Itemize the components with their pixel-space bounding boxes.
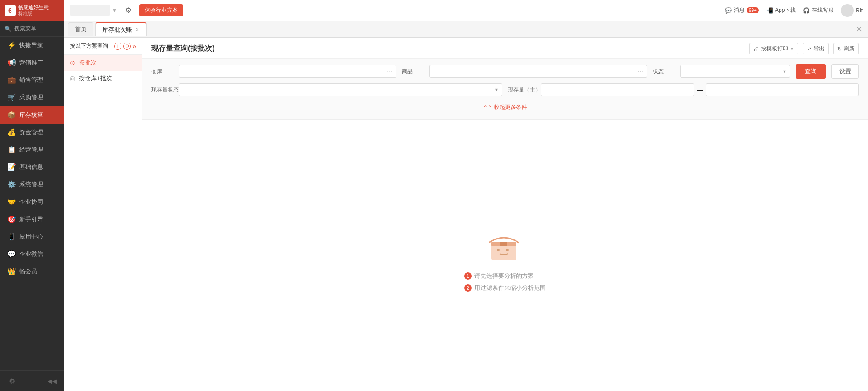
content-area: 按以下方案查询 + ⚙ » ⊙ 按批次 ◎ 按仓库+批次 现存量查询(按批次): [64, 38, 868, 391]
product-filter-group: 商品 ···: [402, 65, 647, 78]
scheme-add-icon[interactable]: +: [114, 43, 121, 50]
print-label: 按模板打印: [761, 45, 788, 53]
nav-label-finance: 资金管理: [19, 128, 43, 136]
user-profile-item[interactable]: Rit: [841, 4, 863, 17]
warehouse-dots-icon[interactable]: ···: [383, 68, 396, 75]
main-area: ▼ ⚙ 体验行业方案 💬 消息 99+ 📲 App下载 🎧 在线客服 Rit: [64, 0, 868, 391]
nav-label-purchase: 采购管理: [19, 93, 43, 102]
collapse-more-button[interactable]: ⌃⌃ 收起更多条件: [151, 101, 859, 114]
topbar-right-section: 💬 消息 99+ 📲 App下载 🎧 在线客服 Rit: [725, 4, 863, 17]
app-logo: 6: [5, 5, 16, 16]
search-menu[interactable]: 🔍 搜索菜单: [0, 21, 64, 37]
nav-icon-collab: 🤝: [7, 198, 16, 206]
stock-status-label: 现存量状态: [151, 86, 179, 94]
filter-area: 仓库 ··· 商品 ···: [142, 59, 868, 120]
collapse-more-label: 收起更多条件: [494, 103, 527, 111]
sidebar-item-operations[interactable]: 📋 经营管理: [0, 141, 64, 158]
refresh-button[interactable]: ↻ 刷新: [833, 43, 859, 54]
product-input[interactable]: [430, 66, 634, 76]
online-service-item[interactable]: 🎧 在线客服: [803, 6, 834, 14]
scheme-settings-icon[interactable]: ⚙: [123, 43, 131, 50]
warehouse-label: 仓库: [151, 68, 179, 76]
filter-row-2: 现存量状态 现存量（主） —: [151, 83, 859, 96]
sidebar-item-collab[interactable]: 🤝 企业协同: [0, 193, 64, 211]
stock-main-label: 现存量（主）: [508, 86, 541, 94]
experience-industry-button[interactable]: 体验行业方案: [139, 4, 183, 16]
stock-main-min-input[interactable]: [541, 83, 694, 96]
tab-home-label: 首页: [75, 25, 87, 33]
stock-main-max-input[interactable]: [706, 83, 859, 96]
tab-inventory-batch[interactable]: 库存批次账 ×: [95, 22, 147, 36]
refresh-label: 刷新: [844, 45, 855, 53]
nav-label-newbie: 新手引导: [19, 215, 43, 223]
warehouse-input[interactable]: [179, 66, 383, 76]
sidebar-item-member[interactable]: 👑 畅会员: [0, 263, 64, 280]
tab-home[interactable]: 首页: [68, 22, 93, 36]
sidebar-item-app-center[interactable]: 📱 应用中心: [0, 228, 64, 245]
nav-icon-quick: ⚡: [7, 41, 16, 49]
sidebar-item-quick-nav[interactable]: ⚡ 快捷导航: [0, 37, 64, 54]
app-download-item[interactable]: 📲 App下载: [766, 6, 796, 14]
sidebar-item-purchase[interactable]: 🛒 采购管理: [0, 89, 64, 106]
messages-label: 消息: [734, 6, 745, 14]
warehouse-input-wrapper: ···: [179, 65, 396, 78]
nav-label-quick: 快捷导航: [19, 41, 43, 49]
sidebar-item-inventory[interactable]: 📦 库存核算: [0, 106, 64, 124]
nav-icon-wechat: 💬: [7, 250, 16, 258]
sidebar-footer: ⚙ ◀◀: [0, 370, 64, 391]
tip-item-2: 2 用过滤条件来缩小分析范围: [464, 284, 546, 292]
svg-rect-2: [500, 242, 507, 246]
scheme-label-by-batch: 按批次: [79, 59, 97, 67]
sidebar-item-newbie[interactable]: 🎯 新手引导: [0, 211, 64, 228]
scheme-panel-actions: + ⚙ »: [114, 43, 136, 50]
status-select-wrapper: [680, 65, 790, 78]
warehouse-filter-group: 仓库 ···: [151, 65, 396, 78]
print-arrow-icon: ▼: [790, 47, 794, 51]
scheme-icon-active: ⊙: [70, 59, 75, 66]
search-menu-label: 搜索菜单: [14, 25, 36, 33]
online-service-icon: 🎧: [803, 7, 810, 14]
stock-main-dash: —: [697, 87, 703, 93]
scheme-collapse-icon[interactable]: »: [132, 43, 136, 50]
tab-inventory-batch-label: 库存批次账: [102, 26, 132, 34]
edition-label: 标准版: [18, 11, 49, 17]
sidebar-collapse-icon[interactable]: ◀◀: [46, 375, 59, 387]
scheme-item-by-batch[interactable]: ⊙ 按批次: [64, 55, 142, 71]
scheme-panel-header: 按以下方案查询 + ⚙ »: [64, 38, 142, 55]
close-all-tabs-icon[interactable]: ✕: [854, 22, 864, 36]
stock-status-select[interactable]: [179, 83, 502, 96]
nav-label-operations: 经营管理: [19, 146, 43, 154]
refresh-icon: ↻: [837, 46, 842, 52]
nav-label-member: 畅会员: [19, 267, 37, 276]
export-button[interactable]: ↗ 导出: [803, 43, 829, 54]
print-template-button[interactable]: 🖨 按模板打印 ▼: [749, 43, 798, 54]
nav-icon-system: ⚙️: [7, 180, 16, 189]
empty-state: 1 请先选择要分析的方案 2 用过滤条件来缩小分析范围: [142, 120, 868, 391]
collapse-up-icon: ⌃⌃: [483, 104, 492, 111]
message-icon: 💬: [725, 7, 732, 14]
topbar-settings-icon[interactable]: ⚙: [122, 4, 135, 17]
scheme-item-by-warehouse-batch[interactable]: ◎ 按仓库+批次: [64, 71, 142, 86]
sidebar-item-basic[interactable]: 📝 基础信息: [0, 158, 64, 176]
tip-text-1: 请先选择要分析的方案: [474, 272, 534, 280]
product-dots-icon[interactable]: ···: [634, 68, 647, 75]
app-download-icon: 📲: [766, 7, 773, 14]
sidebar-item-finance[interactable]: 💰 资金管理: [0, 124, 64, 141]
sidebar-item-sales[interactable]: 💼 销售管理: [0, 71, 64, 89]
sidebar-item-system[interactable]: ⚙️ 系统管理: [0, 176, 64, 193]
tip-item-1: 1 请先选择要分析的方案: [464, 272, 546, 280]
nav-label-wechat: 企业微信: [19, 250, 43, 258]
query-button[interactable]: 查询: [796, 64, 826, 79]
tip-num-2: 2: [464, 284, 472, 292]
sidebar-settings-icon[interactable]: ⚙: [5, 375, 18, 387]
sidebar: 6 畅康通好生意 标准版 🔍 搜索菜单 ⚡ 快捷导航 📢 营销推广 💼 销售管理…: [0, 0, 64, 391]
status-select[interactable]: [680, 65, 790, 78]
main-content: 现存量查询(按批次) 🖨 按模板打印 ▼ ↗ 导出 ↻ 刷新: [142, 38, 868, 391]
messages-item[interactable]: 💬 消息 99+: [725, 6, 759, 14]
nav-icon-basic: 📝: [7, 163, 16, 171]
sidebar-item-marketing[interactable]: 📢 营销推广: [0, 54, 64, 71]
tab-close-icon[interactable]: ×: [135, 27, 140, 33]
filter-settings-button[interactable]: 设置: [831, 64, 859, 79]
sidebar-item-wechat[interactable]: 💬 企业微信: [0, 245, 64, 263]
nav-icon-operations: 📋: [7, 146, 16, 154]
